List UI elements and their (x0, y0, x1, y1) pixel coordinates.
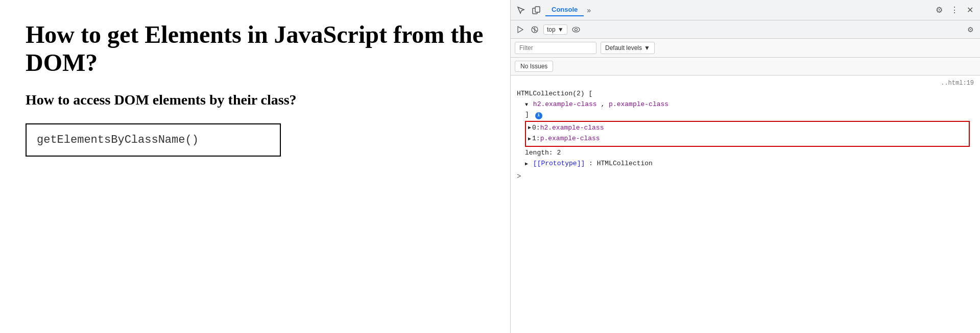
prototype-label: [[Prototype]] (533, 160, 585, 167)
live-expressions-icon[interactable] (570, 24, 582, 35)
svg-rect-1 (535, 7, 540, 12)
console-line-bracket: ] i (517, 110, 974, 120)
console-prompt[interactable]: > (517, 172, 974, 181)
context-label: top (547, 26, 556, 33)
more-options-icon[interactable]: ⋮ (948, 4, 961, 16)
code-box: getElementsByClassName() (26, 123, 281, 157)
svg-point-6 (572, 27, 580, 32)
console-prototype[interactable]: ▶ [[Prototype]] : HTMLCollection (517, 159, 974, 169)
sub-heading: How to access DOM elements by their clas… (26, 92, 485, 108)
devtools-toolbar: Console » ⚙ ⋮ ✕ (511, 0, 980, 20)
svg-marker-2 (518, 27, 523, 33)
expand-arrow-icon[interactable]: ▼ (525, 101, 528, 109)
item0-value: h2.example-class (540, 123, 604, 134)
devtools-panel: Console » ⚙ ⋮ ✕ top ▼ (510, 0, 980, 333)
console-line-collection: HTMLCollection(2) [ (517, 89, 974, 99)
bracket-text: ] (525, 111, 533, 118)
html-collection-text: HTMLCollection(2) [ (517, 90, 592, 97)
item0-index: 0: (532, 123, 540, 134)
filter-input[interactable] (515, 42, 596, 54)
tab-console[interactable]: Console (545, 4, 584, 16)
console-line-expand: ▼ h2.example-class , p.example-class (517, 99, 974, 110)
console-settings-icon[interactable]: ⚙ (965, 24, 976, 35)
console-output: ..html:19 HTMLCollection(2) [ ▼ h2.examp… (511, 75, 980, 333)
clear-console-icon[interactable] (529, 24, 540, 35)
console-item-0[interactable]: ▶ 0: h2.example-class (528, 123, 967, 134)
devtools-toolbar2: top ▼ ⚙ (511, 20, 980, 39)
item1-expand-icon[interactable]: ▶ (528, 135, 531, 143)
close-icon[interactable]: ✕ (964, 4, 976, 16)
default-levels-label: Default levels (605, 44, 642, 52)
length-text: length: 2 (525, 149, 561, 157)
console-item-1[interactable]: ▶ 1: p.example-class (528, 134, 967, 144)
inspect-element-icon[interactable] (515, 4, 527, 16)
main-content: How to get Elements in JavaScript from t… (0, 0, 510, 333)
device-toolbar-icon[interactable] (530, 4, 542, 16)
default-levels-button[interactable]: Default levels ▼ (601, 42, 655, 54)
item0-expand-icon[interactable]: ▶ (528, 124, 531, 132)
prototype-value: HTMLCollection (597, 160, 653, 167)
page-title: How to get Elements in JavaScript from t… (26, 20, 485, 76)
svg-point-7 (575, 28, 577, 31)
no-issues-row: No Issues (511, 58, 980, 75)
prototype-expand-icon[interactable]: ▶ (525, 160, 528, 168)
item1-value: p.example-class (540, 134, 600, 144)
highlighted-items-box: ▶ 0: h2.example-class ▶ 1: p.example-cla… (525, 121, 970, 147)
run-snippet-icon[interactable] (515, 24, 526, 35)
h2-class-ref: h2.example-class (533, 100, 597, 108)
context-dropdown-icon: ▼ (558, 26, 564, 33)
more-tabs-chevron[interactable]: » (587, 6, 591, 14)
item1-index: 1: (532, 134, 540, 144)
console-length: length: 2 (517, 148, 974, 158)
no-issues-button[interactable]: No Issues (515, 61, 553, 72)
filter-row: Default levels ▼ (511, 39, 980, 58)
levels-dropdown-icon: ▼ (644, 44, 650, 52)
comma: , (601, 100, 609, 108)
html-ref: ..html:19 (517, 80, 974, 87)
p-class-ref: p.example-class (609, 100, 668, 108)
info-icon[interactable]: i (535, 112, 542, 119)
settings-icon[interactable]: ⚙ (933, 4, 945, 16)
context-selector[interactable]: top ▼ (543, 24, 567, 35)
prototype-colon: : (589, 160, 597, 167)
